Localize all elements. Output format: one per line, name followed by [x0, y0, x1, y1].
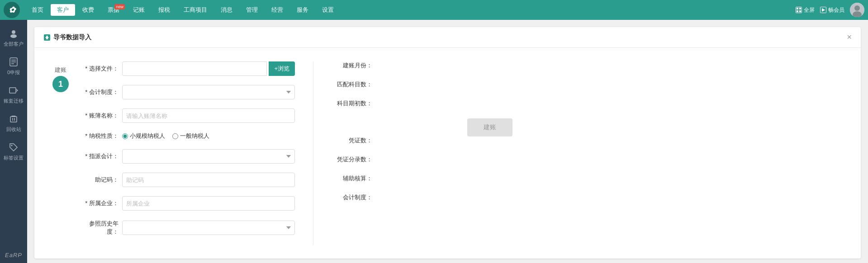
zero-declaration-icon — [8, 56, 19, 67]
file-input-group: +浏览 — [122, 61, 295, 76]
nav-settings[interactable]: 设置 — [316, 4, 340, 16]
step-label: 建账 — [55, 66, 66, 74]
user-avatar[interactable] — [850, 3, 864, 17]
nav-manage[interactable]: 管理 — [240, 4, 264, 16]
build-button[interactable]: 建账 — [467, 118, 512, 136]
import-panel: 导爷数据导入 × 建账 1 * 选择文件： — [34, 27, 861, 258]
sidebar-item-recycle[interactable]: 回收站 — [1, 110, 26, 136]
accountant-label: * 指派会计： — [78, 152, 119, 160]
memo-label: 助记码： — [78, 176, 119, 184]
svg-rect-4 — [799, 10, 801, 12]
member-btn[interactable]: 畅会员 — [820, 6, 844, 14]
nav-invoice[interactable]: 票据 new — [101, 4, 126, 16]
nav-operations[interactable]: 经营 — [265, 4, 289, 16]
nav-services[interactable]: 服务 — [290, 4, 315, 16]
app-logo: ✿ — [4, 2, 20, 18]
step-circle: 1 — [52, 76, 69, 92]
match-subjects-row: 匹配科目数： — [332, 80, 512, 89]
company-input[interactable] — [122, 196, 295, 211]
sidebar: 全部客户 0申报 账套迁移 回收站 标签设置 EaRP — [0, 20, 27, 263]
sidebar-item-zero-declaration[interactable]: 0申报 — [1, 53, 26, 80]
svg-marker-6 — [822, 8, 825, 12]
fullscreen-icon — [796, 7, 802, 13]
account-migration-icon — [8, 85, 19, 96]
tag-settings-icon — [8, 142, 19, 153]
sidebar-item-all-customers[interactable]: 全部客户 — [1, 24, 26, 51]
ledger-name-row: * 账簿名称： — [78, 108, 295, 123]
step-section: 建账 1 — [52, 66, 69, 245]
history-year-select[interactable] — [122, 221, 295, 235]
sidebar-label-zero-declaration: 0申报 — [7, 69, 20, 76]
svg-rect-23 — [46, 38, 48, 39]
period-initial-label: 科目期初数： — [332, 99, 372, 108]
layout: 全部客户 0申报 账套迁移 回收站 标签设置 EaRP — [0, 20, 868, 263]
tax-type-row: * 纳税性质： 小规模纳税人 一般纳税人 — [78, 132, 295, 140]
main-content: 导爷数据导入 × 建账 1 * 选择文件： — [27, 20, 868, 263]
tax-general-radio[interactable]: 一般纳税人 — [172, 132, 209, 140]
month-label: 建账月份： — [332, 61, 372, 70]
accountant-row: * 指派会计： — [78, 149, 295, 164]
ledger-name-input[interactable] — [122, 108, 295, 123]
svg-rect-3 — [797, 10, 798, 12]
sidebar-item-tag-settings[interactable]: 标签设置 — [1, 138, 26, 165]
company-row: * 所属企业： — [78, 196, 295, 211]
aux-accounting-row: 辅助核算： — [332, 174, 512, 183]
step-number: 1 — [58, 80, 63, 89]
svg-rect-17 — [10, 117, 17, 122]
sidebar-label-tag-settings: 标签设置 — [4, 155, 24, 161]
nav-tax[interactable]: 报税 — [152, 4, 176, 16]
topnav: ✿ 首页 客户 收费 票据 new 记账 报税 工商项目 消息 管理 经营 服务… — [0, 0, 868, 20]
close-button[interactable]: × — [847, 33, 852, 42]
file-input[interactable] — [122, 61, 267, 76]
member-label: 畅会员 — [828, 6, 844, 14]
company-label: * 所属企业： — [78, 199, 119, 207]
accounting-system-select[interactable] — [122, 85, 295, 99]
sidebar-item-account-migration[interactable]: 账套迁移 — [1, 81, 26, 108]
svg-rect-2 — [799, 8, 801, 9]
memo-input[interactable] — [122, 173, 295, 187]
upload-icon — [43, 34, 51, 41]
all-customers-icon — [8, 28, 19, 39]
ledger-name-label: * 账簿名称： — [78, 112, 119, 120]
sidebar-label-account-migration: 账套迁移 — [4, 98, 24, 104]
tax-general-label: 一般纳税人 — [180, 132, 209, 140]
topnav-right: 全屏 畅会员 — [796, 3, 864, 17]
form-right: 建账月份： 匹配科目数： 科目期初数： 建账 — [332, 61, 512, 245]
tax-small-radio[interactable]: 小规模纳税人 — [122, 132, 165, 140]
fullscreen-label: 全屏 — [804, 6, 815, 14]
earp-label: EaRP — [5, 252, 22, 258]
svg-rect-16 — [9, 88, 16, 93]
svg-rect-1 — [797, 8, 798, 9]
tax-small-label: 小规模纳税人 — [130, 132, 165, 140]
play-icon — [820, 7, 826, 13]
file-row: * 选择文件： +浏览 — [78, 61, 295, 76]
nav-messages[interactable]: 消息 — [214, 4, 239, 16]
month-row: 建账月份： — [332, 61, 512, 70]
aux-accounting-label: 辅助核算： — [332, 174, 372, 183]
nav-billing[interactable]: 收费 — [76, 4, 100, 16]
history-year-label: 参照历史年度： — [78, 220, 119, 236]
form-left: * 选择文件： +浏览 * 会计制度： — [78, 61, 295, 245]
vouchers-row: 凭证数： — [332, 136, 512, 145]
logo-icon: ✿ — [9, 5, 15, 15]
form-divider — [313, 61, 313, 245]
panel-title: 导爷数据导入 — [43, 33, 91, 42]
accounting-system-row: * 会计制度： — [78, 85, 295, 99]
right-accounting-system-label: 会计制度： — [332, 193, 372, 202]
nav-bookkeeping[interactable]: 记账 — [127, 4, 151, 16]
nav-business[interactable]: 工商项目 — [177, 4, 213, 16]
tax-radio-group: 小规模纳税人 一般纳税人 — [122, 132, 209, 140]
nav-customers[interactable]: 客户 — [51, 4, 75, 16]
accounting-system-label: * 会计制度： — [78, 88, 119, 96]
browse-button[interactable]: +浏览 — [269, 61, 295, 76]
panel-header: 导爷数据导入 × — [34, 27, 861, 48]
sidebar-label-customers: 全部客户 — [4, 41, 24, 47]
fullscreen-btn[interactable]: 全屏 — [796, 6, 815, 14]
voucher-entries-label: 凭证分录数： — [332, 155, 372, 164]
right-accounting-system-row: 会计制度： — [332, 193, 512, 202]
build-btn-area: 建账 — [332, 118, 512, 136]
vouchers-label: 凭证数： — [332, 136, 372, 145]
new-badge: new — [114, 4, 125, 9]
accountant-select[interactable] — [122, 149, 295, 164]
nav-home[interactable]: 首页 — [25, 4, 50, 16]
